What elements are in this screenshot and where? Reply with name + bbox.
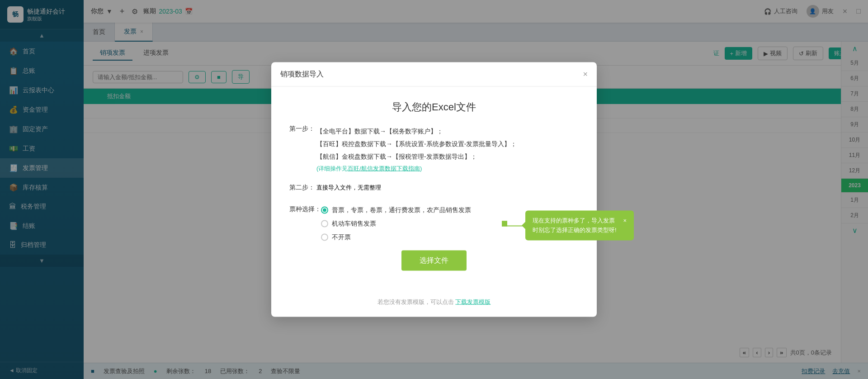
ticket-label: 票种选择： (289, 204, 321, 213)
dialog-title: 销项数据导入 (280, 70, 324, 79)
step1: 第一步： 【全电平台】数据下载→【税务数字账户】； 【百旺】税控盘数据下载→【系… (289, 125, 579, 175)
dialog-header: 销项数据导入 × (271, 62, 597, 87)
step1-content: 【全电平台】数据下载→【税务数字账户】； 【百旺】税控盘数据下载→【系统设置-系… (316, 125, 517, 175)
step2-content: 直接导入文件，无需整理 (316, 184, 381, 192)
step1-note: (详细操作见百旺/航信发票数据下载指南) (316, 163, 517, 175)
dialog-main-title: 导入您的Excel文件 (289, 100, 579, 114)
dialog-footer: 若您没有发票模版，可以点击 下载发票模版 (271, 294, 597, 317)
ticket-selection: 票种选择： 普票，专票，卷票，通行费发票，农产品销售发票 机动车销售发票 (289, 204, 579, 242)
step1-line2: 【百旺】税控盘数据下载→【系统设置-系统参数设置-发票批量导入】； (316, 137, 517, 150)
radio-motor-circle (321, 220, 328, 227)
step2: 第二步： 直接导入文件，无需整理 (289, 184, 579, 195)
import-dialog: 销项数据导入 × 导入您的Excel文件 第一步： 【全电平台】数据下载→【税务… (271, 62, 597, 317)
step1-label: 第一步： (289, 125, 316, 133)
step1-note-link[interactable]: 百旺/航信发票数据下载指南 (348, 165, 420, 172)
step1-row: 第一步： 【全电平台】数据下载→【税务数字账户】； 【百旺】税控盘数据下载→【系… (289, 125, 579, 175)
radio-motor-label: 机动车销售发票 (332, 220, 376, 228)
tooltip-text: 现在支持的票种多了，导入发票时别忘了选择正确的发票类型呀! (533, 217, 617, 233)
radio-normal-dot (323, 208, 326, 212)
tooltip-connector-line (502, 225, 525, 226)
dialog-close-button[interactable]: × (583, 70, 588, 79)
radio-noticket-circle (321, 234, 328, 241)
step1-note-pre: (详细操作见 (316, 165, 348, 172)
radio-item-noticket[interactable]: 不开票 (321, 233, 471, 242)
tooltip-close-button[interactable]: × (623, 216, 627, 226)
radio-item-motor[interactable]: 机动车销售发票 × 现在支持的票种多了，导入发票时别忘了选择正确的发票类型呀! (321, 220, 471, 228)
dialog-body: 导入您的Excel文件 第一步： 【全电平台】数据下载→【税务数字账户】； 【百… (271, 87, 597, 294)
step2-label: 第二步： (289, 184, 316, 192)
radio-group: 普票，专票，卷票，通行费发票，农产品销售发票 机动车销售发票 × 现在支持的票种… (321, 206, 471, 242)
step1-line3: 【航信】金税盘数据下载→【报税管理-发票数据导出】； (316, 150, 517, 163)
footer-pre: 若您没有发票模版，可以点击 (377, 298, 454, 305)
radio-noticket-label: 不开票 (332, 233, 351, 242)
step1-note-post: ) (420, 165, 422, 172)
download-template-link[interactable]: 下载发票模版 (455, 298, 491, 305)
radio-item-normal[interactable]: 普票，专票，卷票，通行费发票，农产品销售发票 (321, 206, 471, 214)
step1-line1: 【全电平台】数据下载→【税务数字账户】； (316, 125, 517, 137)
select-file-button[interactable]: 选择文件 (401, 251, 467, 271)
step2-row: 第二步： 直接导入文件，无需整理 (289, 184, 579, 195)
tooltip-bubble: × 现在支持的票种多了，导入发票时别忘了选择正确的发票类型呀! (525, 211, 634, 241)
radio-normal-label: 普票，专票，卷票，通行费发票，农产品销售发票 (332, 206, 471, 214)
radio-normal-circle (321, 207, 328, 214)
